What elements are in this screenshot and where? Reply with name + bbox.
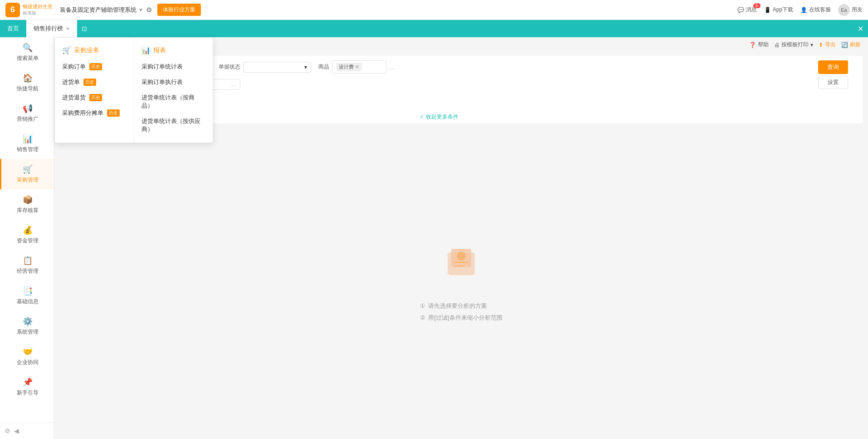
report-receipt-supplier-label: 进货单统计表（按供应商） <box>141 117 206 133</box>
dropdown-item-report-receipt-goods[interactable]: 进货单统计表（按商品） <box>134 90 213 113</box>
sidebar-item-operation[interactable]: 📋 经营管理 <box>0 250 54 281</box>
sidebar-item-system-label: 系统管理 <box>17 328 39 336</box>
report-po-stats-label: 采购订单统计表 <box>141 63 183 71</box>
sidebar-item-search-label: 搜索菜单 <box>17 54 39 62</box>
online-service-label: 在线客服 <box>809 6 831 14</box>
app-download-btn[interactable]: 📱 App下载 <box>764 6 793 14</box>
inventory-icon: 📦 <box>23 195 33 205</box>
print-btn[interactable]: 🖨 按模板打印 ▾ <box>774 41 813 49</box>
tab-sales-ranking-label: 销售排行榜 <box>34 25 63 33</box>
logo-name: 畅捷通好生意 <box>23 3 53 10</box>
logo-text-group: 畅捷通好生意 标准版 <box>23 3 53 16</box>
sidebar-item-system[interactable]: ⚙️ 系统管理 <box>0 311 54 341</box>
tab-home[interactable]: 首页 <box>0 20 26 37</box>
industry-btn[interactable]: 体验行业方案 <box>157 4 201 16</box>
logo-icon: 6 <box>5 3 20 17</box>
purchase-col-header: 🛒 采购业务 <box>55 43 134 59</box>
sidebar-item-inventory-label: 库存核算 <box>17 207 39 214</box>
settings-btn[interactable]: 设置 <box>818 76 848 89</box>
tabbar-close-icon[interactable]: ✕ <box>853 25 868 33</box>
sidebar-item-sales[interactable]: 📊 销售管理 <box>0 128 54 159</box>
message-btn[interactable]: 💬 消息 5 <box>737 6 757 14</box>
goods-return-label: 进货退货 <box>62 94 86 102</box>
sidebar-item-quicknav-label: 快捷导航 <box>17 85 39 93</box>
goods-return-hist: 历史 <box>89 94 102 101</box>
dropdown-item-goods-receipt[interactable]: 进货单 历史 <box>55 74 134 90</box>
dropdown-item-purchase-expense[interactable]: 采购费用分摊单 历史 <box>55 105 134 121</box>
sidebar-item-operation-label: 经营管理 <box>17 267 39 275</box>
tab-home-label: 首页 <box>7 25 19 33</box>
message-badge: 5 <box>753 3 761 8</box>
settings-gear-icon[interactable]: ⚙ <box>146 6 152 14</box>
dropdown-item-goods-return[interactable]: 进货退货 历史 <box>55 90 134 105</box>
tabbar-expand-icon[interactable]: ⊡ <box>77 25 92 32</box>
voucher-status-arrow: ▾ <box>304 64 307 70</box>
empty-hint: 请先选择要分析的方案 用[过滤]条件来缩小分析范围 <box>420 300 502 324</box>
sidebar-item-enterprise[interactable]: 🤝 企业协同 <box>0 341 54 372</box>
title-dropdown-arrow[interactable]: ▾ <box>139 6 142 13</box>
goods-input[interactable]: 设计费 ✕ <box>332 60 386 74</box>
goods-tag-close-icon[interactable]: ✕ <box>355 64 359 70</box>
tab-close-icon[interactable]: ✕ <box>66 26 70 32</box>
filter-actions: 查询 设置 <box>811 60 855 89</box>
svg-point-2 <box>457 252 466 261</box>
voucher-status-input[interactable]: ▾ <box>243 62 311 73</box>
sidebar-item-purchase[interactable]: 🛒 采购管理 <box>0 159 54 189</box>
sidebar-item-newbie[interactable]: 📌 新手引导 <box>0 372 54 402</box>
sidebar-item-newbie-label: 新手引导 <box>17 389 39 397</box>
sidebar-item-marketing-label: 营销推广 <box>17 115 39 123</box>
query-btn[interactable]: 查询 <box>818 60 848 74</box>
home-icon: 🏠 <box>23 73 33 83</box>
help-btn[interactable]: ❓ 帮助 <box>749 41 769 49</box>
empty-illustration <box>439 239 484 293</box>
topbar: 6 畅捷通好生意 标准版 装备及固定资产辅助管理系统 ▾ ⚙ 体验行业方案 💬 … <box>0 0 868 20</box>
sidebar-settings-icon[interactable]: ⚙ <box>5 427 10 434</box>
dropdown-item-purchase-order[interactable]: 采购订单 历史 <box>55 59 134 74</box>
sidebar-item-enterprise-label: 企业协同 <box>17 359 39 366</box>
tabbar: 首页 销售排行榜 ✕ ⊡ ✕ <box>0 20 868 37</box>
report-col-header: 📊 报表 <box>134 43 213 59</box>
empty-hint-2: 用[过滤]条件来缩小分析范围 <box>420 312 502 324</box>
purchase-header-icon: 🛒 <box>62 46 71 54</box>
salesman-dots: … <box>231 81 236 88</box>
sidebar-item-search[interactable]: 🔍 搜索菜单 <box>0 37 54 68</box>
user-area[interactable]: Ea 用友 <box>838 4 863 16</box>
voucher-status-label: 单据状态 <box>219 63 240 71</box>
export-icon: ⬆ <box>819 42 823 48</box>
refresh-label: 刷新 <box>850 41 861 49</box>
dropdown-item-report-po-exec[interactable]: 采购订单执行表 <box>134 74 213 90</box>
refresh-btn[interactable]: 🔄 刷新 <box>841 41 861 49</box>
operation-icon: 📋 <box>23 256 33 266</box>
goods-more-icon[interactable]: … <box>389 64 395 70</box>
sidebar-collapse-icon[interactable]: ◀ <box>14 427 19 434</box>
dropdown-item-report-po-stats[interactable]: 采购订单统计表 <box>134 59 213 74</box>
user-label: 用友 <box>852 6 863 14</box>
dropdown-item-report-receipt-supplier[interactable]: 进货单统计表（按供应商） <box>134 113 213 137</box>
avatar: Ea <box>838 4 850 16</box>
report-receipt-goods-label: 进货单统计表（按商品） <box>141 94 206 110</box>
sidebar-item-inventory[interactable]: 📦 库存核算 <box>0 189 54 220</box>
sidebar-item-quicknav[interactable]: 🏠 快捷导航 <box>0 68 54 98</box>
app-download-label: App下载 <box>773 6 793 14</box>
sidebar-item-marketing[interactable]: 📢 营销推广 <box>0 98 54 128</box>
export-btn[interactable]: ⬆ 导出 <box>819 41 836 49</box>
system-icon: ⚙️ <box>23 316 33 326</box>
sidebar-item-finance[interactable]: 💰 资金管理 <box>0 220 54 250</box>
report-header-icon: 📊 <box>141 46 151 54</box>
goods-receipt-hist: 历史 <box>83 79 96 86</box>
sidebar-item-basicinfo[interactable]: 📑 基础信息 <box>0 281 54 311</box>
collapse-label: 收起更多条件 <box>426 113 458 120</box>
logo-edition: 标准版 <box>23 10 53 16</box>
topbar-right: 💬 消息 5 📱 App下载 👤 在线客服 Ea 用友 <box>737 4 863 16</box>
sidebar-item-basicinfo-label: 基础信息 <box>17 298 39 306</box>
search-icon: 🔍 <box>23 43 33 53</box>
purchase-order-hist: 历史 <box>89 63 102 70</box>
sidebar-item-finance-label: 资金管理 <box>17 237 39 245</box>
newbie-icon: 📌 <box>23 377 33 387</box>
tab-sales-ranking[interactable]: 销售排行榜 ✕ <box>26 20 77 37</box>
online-service-btn[interactable]: 👤 在线客服 <box>800 6 831 14</box>
filter-voucher-status: 单据状态 ▾ <box>219 62 311 73</box>
export-label: 导出 <box>825 41 836 49</box>
report-po-exec-label: 采购订单执行表 <box>141 78 183 86</box>
basicinfo-icon: 📑 <box>23 286 33 296</box>
